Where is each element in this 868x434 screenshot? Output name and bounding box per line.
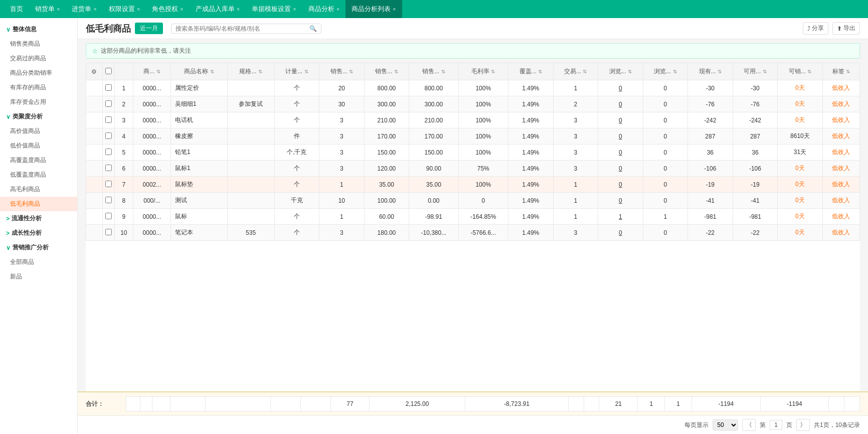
close-icon[interactable]: × [57, 6, 60, 12]
close-icon[interactable]: × [237, 6, 240, 12]
settings-col-header[interactable]: ⚙ [86, 63, 103, 80]
close-icon[interactable]: × [336, 6, 339, 12]
sidebar-item-traded-products[interactable]: 交易过的商品 [0, 51, 77, 66]
sidebar-group-growth[interactable]: > 成长性分析 [0, 226, 77, 240]
row-checkbox-cell[interactable] [102, 96, 114, 112]
next-page-button[interactable]: 〉 [796, 419, 810, 431]
col-sales-price[interactable]: 销售... ⇅ [364, 63, 409, 80]
row-checkbox-cell[interactable] [102, 80, 114, 96]
row-sales-price: 60.00 [364, 209, 409, 225]
row-checkbox[interactable] [105, 165, 112, 171]
nav-product-analysis[interactable]: 商品分析 × [302, 0, 345, 18]
row-browse1[interactable]: 0 [598, 161, 643, 177]
search-icon[interactable]: 🔍 [309, 25, 317, 32]
row-checkbox[interactable] [105, 84, 112, 91]
row-checkbox-cell[interactable] [102, 161, 114, 177]
row-checkbox[interactable] [105, 229, 112, 235]
col-browse2[interactable]: 浏览... ⇅ [643, 63, 688, 80]
nav-purchase[interactable]: 进货单 × [66, 0, 102, 18]
sidebar-item-sales-products[interactable]: 销售类商品 [0, 37, 77, 51]
sidebar-item-high-value[interactable]: 高价值商品 [0, 124, 77, 138]
row-checkbox[interactable] [105, 116, 112, 123]
sidebar-item-high-margin[interactable]: 高毛利商品 [0, 182, 77, 197]
row-spec: 535 [227, 225, 274, 241]
close-icon[interactable]: × [180, 6, 183, 12]
row-browse1[interactable]: 1 [598, 209, 643, 225]
row-browse1[interactable]: 0 [598, 128, 643, 144]
close-icon[interactable]: × [93, 6, 96, 12]
col-browse1[interactable]: 浏览... ⇅ [598, 63, 643, 80]
row-checkbox[interactable] [105, 181, 112, 187]
row-coverage: 1.49% [508, 193, 553, 209]
nav-product-analysis-list[interactable]: 商品分析列表 × [345, 0, 402, 18]
col-spec[interactable]: 规格... ⇅ [227, 63, 274, 80]
row-checkbox[interactable] [105, 197, 112, 203]
per-page-select[interactable]: 50 20 100 [713, 419, 738, 430]
row-checkbox-cell[interactable] [102, 144, 114, 161]
close-icon[interactable]: × [137, 6, 140, 12]
col-sales-amount[interactable]: 销售... ⇅ [409, 63, 458, 80]
checkbox-col-header[interactable] [102, 63, 114, 80]
sidebar-item-high-coverage[interactable]: 高覆盖度商品 [0, 153, 77, 168]
col-code[interactable]: 商... ⇅ [133, 63, 170, 80]
row-browse1[interactable]: 0 [598, 96, 643, 112]
nav-role-auth[interactable]: 角色授权 × [146, 0, 189, 18]
sidebar-item-inventory-products[interactable]: 有库存的商品 [0, 80, 77, 95]
row-browse1[interactable]: 0 [598, 80, 643, 96]
row-checkbox-cell[interactable] [102, 193, 114, 209]
nav-template-settings[interactable]: 单据模板设置 × [246, 0, 302, 18]
close-icon[interactable]: × [393, 6, 396, 12]
col-name[interactable]: 商品名称 ⇅ [171, 63, 228, 80]
col-unit[interactable]: 计量... ⇅ [274, 63, 319, 80]
row-browse1[interactable]: 0 [598, 177, 643, 193]
col-tag[interactable]: 标签 ⇅ [822, 63, 859, 80]
share-button[interactable]: ⤴ 分享 [803, 22, 828, 35]
row-browse1[interactable]: 0 [598, 225, 643, 241]
row-checkbox[interactable] [105, 213, 112, 219]
sidebar-item-inventory-capital[interactable]: 库存资金占用 [0, 95, 77, 109]
col-available[interactable]: 可用... ⇅ [733, 63, 778, 80]
close-icon[interactable]: × [293, 6, 296, 12]
row-checkbox[interactable] [105, 100, 112, 107]
date-filter-button[interactable]: 近一月 [135, 23, 163, 34]
sidebar-item-all-products[interactable]: 全部商品 [0, 255, 77, 269]
col-current[interactable]: 现有... ⇅ [688, 63, 733, 80]
row-browse1[interactable]: 0 [598, 193, 643, 209]
col-sales-qty[interactable]: 销售... ⇅ [319, 63, 365, 80]
row-current: 36 [688, 144, 733, 161]
prev-page-button[interactable]: 〈 [742, 419, 756, 431]
search-input[interactable] [176, 25, 307, 32]
nav-permissions[interactable]: 权限设置 × [103, 0, 146, 18]
select-all-checkbox[interactable] [105, 68, 112, 74]
row-current: -106 [688, 161, 733, 177]
col-coverage[interactable]: 覆盖... ⇅ [508, 63, 553, 80]
sidebar-group-cluster[interactable]: ∨ 类聚度分析 [0, 109, 77, 124]
row-checkbox-cell[interactable] [102, 112, 114, 128]
sidebar-group-marketing[interactable]: ∨ 营销推广分析 [0, 240, 77, 255]
row-browse1[interactable]: 0 [598, 144, 643, 161]
nav-home[interactable]: 首页 [4, 0, 29, 18]
sidebar-item-new-products[interactable]: 新品 [0, 269, 77, 284]
nav-product-entry[interactable]: 产成品入库单 × [190, 0, 246, 18]
row-checkbox-cell[interactable] [102, 225, 114, 241]
sidebar-item-low-margin[interactable]: 低毛利商品 [0, 197, 77, 211]
row-checkbox-cell[interactable] [102, 177, 114, 193]
sidebar-group-circulation[interactable]: > 流通性分析 [0, 211, 77, 226]
sidebar-item-category-sales-rate[interactable]: 商品分类助销率 [0, 66, 77, 80]
nav-sales[interactable]: 销货单 × [29, 0, 66, 18]
row-current: -19 [688, 177, 733, 193]
row-saleable: 8610天 [778, 128, 823, 144]
sidebar-item-low-coverage[interactable]: 低覆盖度商品 [0, 168, 77, 182]
export-button[interactable]: ⬆ 导出 [832, 22, 860, 35]
col-saleable[interactable]: 可销... ⇅ [778, 63, 823, 80]
row-checkbox[interactable] [105, 149, 112, 155]
sidebar-item-low-value[interactable]: 低价值商品 [0, 138, 77, 153]
row-current: 287 [688, 128, 733, 144]
col-gross-rate[interactable]: 毛利率 ⇅ [458, 63, 508, 80]
row-browse1[interactable]: 0 [598, 112, 643, 128]
col-trade[interactable]: 交易... ⇅ [553, 63, 598, 80]
row-checkbox-cell[interactable] [102, 209, 114, 225]
row-checkbox-cell[interactable] [102, 128, 114, 144]
row-checkbox[interactable] [105, 132, 112, 139]
sidebar-group-overall[interactable]: ∨ 整体信息 [0, 22, 77, 37]
